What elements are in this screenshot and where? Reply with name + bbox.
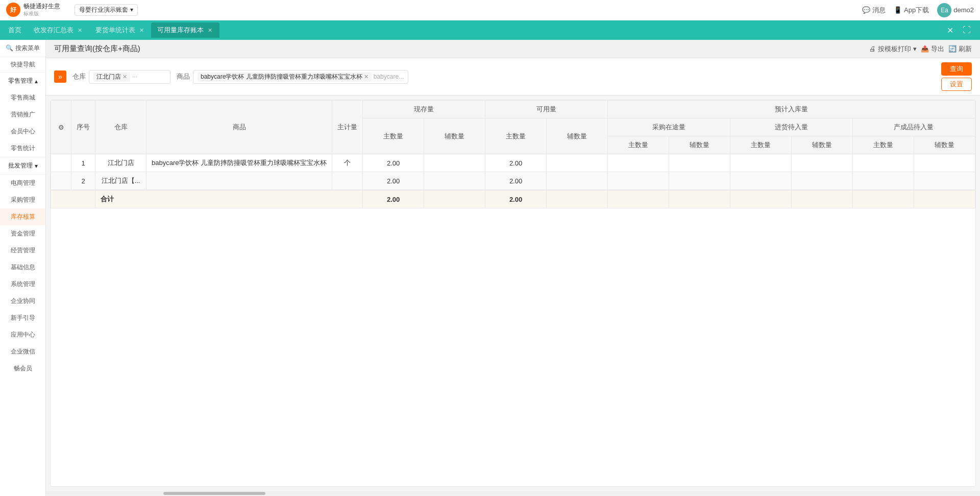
tab-receipts-close[interactable]: ✕ [77,27,83,34]
user-area[interactable]: Ea demo2 [937,3,974,17]
sidebar-item-retail-stats[interactable]: 零售统计 [0,140,45,157]
total-available-aux [547,190,608,208]
tab-receipts-label: 收发存汇总表 [34,26,74,35]
page-header: 可用量查询(按仓库+商品) 🖨 按模板打印 ▾ 📤 导出 🔄 刷新 [46,40,980,58]
row2-stock-main: 2.00 [363,172,424,191]
tab-available[interactable]: 可用量库存账本 ✕ [151,22,219,38]
sidebar-search[interactable]: 🔍 搜索菜单 [0,40,45,57]
tab-home-label: 首页 [8,26,21,35]
filter-warehouse-more[interactable]: ··· [132,73,137,80]
th-product-main: 主数量 [852,136,914,154]
row1-unit: 个 [332,154,363,172]
filter-warehouse-tag: 江北门店 ✕ [93,72,130,82]
export-label: 导出 [931,44,944,54]
total-row: 合计 2.00 2.00 [51,190,975,208]
filter-product-input[interactable]: babycare学饮杯 儿童防摔防撞吸管杯重力球吸嘴杯宝宝水杯 ✕ babyca… [193,70,408,84]
row2-index: 2 [71,172,95,191]
tab-home[interactable]: 首页 [2,22,28,38]
sidebar-section-wholesale: 批发管理 ▾ [0,157,45,175]
top-bar: 好 畅捷通好生意 标准版 母婴行业演示账套 ▾ 💬 消息 📱 App下载 Ea … [0,0,980,20]
message-icon: 💬 [862,6,870,14]
tab-expand-icon[interactable]: ⛶ [960,25,974,36]
tab-requisitions-close[interactable]: ✕ [138,27,145,34]
sidebar-item-newbie[interactable]: 新手引导 [0,310,45,326]
row2-product [146,172,332,191]
th-product: 商品 [146,101,332,154]
row2-incoming-main [730,172,792,191]
sidebar-item-marketing[interactable]: 营销推广 [0,106,45,123]
top-bar-right: 💬 消息 📱 App下载 Ea demo2 [862,3,974,17]
row2-available-aux [547,172,608,191]
message-action[interactable]: 💬 消息 [862,6,886,15]
refresh-button[interactable]: 🔄 刷新 [948,44,972,54]
sidebar-item-appstore[interactable]: 应用中心 [0,326,45,343]
filter-warehouse-label: 仓库 [72,72,86,81]
row2-unit [332,172,363,191]
filter-warehouse-input[interactable]: 江北门店 ✕ ··· [89,70,170,84]
chevron-down-icon: ▾ [35,162,38,170]
th-stock-main: 主数量 [363,119,424,154]
sidebar-item-basics[interactable]: 基础信息 [0,259,45,276]
row2-purchase-aux [669,172,730,191]
row1-purchase-aux [669,154,730,172]
sidebar-item-operations[interactable]: 经营管理 [0,242,45,259]
filter-warehouse-close[interactable]: ✕ [122,74,127,80]
logo-area: 好 畅捷通好生意 标准版 [6,3,60,17]
query-button[interactable]: 查询 [941,62,972,76]
sidebar-wholesale-header[interactable]: 批发管理 ▾ [0,157,45,174]
total-label: 合计 [95,190,363,208]
tab-bar-actions: ✕ ⛶ [944,25,978,36]
row2-available-main: 2.00 [485,172,547,191]
sidebar-item-inventory[interactable]: 库存核算 [0,208,45,225]
filter-warehouse-field: 仓库 江北门店 ✕ ··· [72,70,170,84]
sidebar-item-members[interactable]: 会员中心 [0,123,45,140]
sidebar-item-retail-mall[interactable]: 零售商城 [0,89,45,106]
tab-receipts[interactable]: 收发存汇总表 ✕ [28,22,89,38]
filter-product-label: 商品 [177,72,190,81]
row1-available-main: 2.00 [485,154,547,172]
scroll-thumb[interactable] [163,492,265,495]
sidebar-item-system[interactable]: 系统管理 [0,276,45,293]
th-stock-aux: 辅数量 [424,119,485,154]
row1-incoming-aux [791,154,852,172]
search-icon: 🔍 [6,44,13,52]
app-download-label: App下载 [904,6,929,15]
inventory-table: ⚙ 序号 仓库 商品 主计量 现存量 可用量 预计入库量 主数量 辅数量 主数量… [51,100,975,208]
app-download-action[interactable]: 📱 App下载 [894,6,929,15]
sidebar-search-label: 搜索菜单 [15,44,40,52]
tab-requisitions[interactable]: 要货单统计表 ✕ [89,22,151,38]
row2-stock-aux [424,172,485,191]
logo-app-name: 畅捷通好生意 [23,3,60,10]
th-warehouse: 仓库 [95,101,146,154]
sidebar-item-wechat[interactable]: 企业微信 [0,343,45,360]
tab-available-close[interactable]: ✕ [207,27,213,34]
filter-product-close[interactable]: ✕ [364,74,369,80]
industry-selector[interactable]: 母婴行业演示账套 ▾ [75,4,138,16]
logo-sub-text: 标准版 [23,10,60,17]
logo-icon: 好 [6,3,20,17]
total-purchase-main [608,190,669,208]
settings-button[interactable]: 设置 [941,78,972,91]
total-incoming-aux [791,190,852,208]
table-area: ⚙ 序号 仓库 商品 主计量 现存量 可用量 预计入库量 主数量 辅数量 主数量… [50,100,976,487]
sidebar-item-ecommerce[interactable]: 电商管理 [0,175,45,192]
total-purchase-aux [669,190,730,208]
row1-purchase-main [608,154,669,172]
logo-text-block: 畅捷通好生意 标准版 [23,3,60,17]
sidebar-quick-nav[interactable]: 快捷导航 [0,57,45,73]
sidebar-item-enterprise[interactable]: 企业协同 [0,293,45,310]
th-incoming-group: 进货待入量 [730,119,853,136]
tab-close-all-icon[interactable]: ✕ [944,25,957,36]
th-settings[interactable]: ⚙ [51,101,71,154]
sidebar-item-purchase[interactable]: 采购管理 [0,192,45,208]
th-expected-group: 预计入库量 [608,101,975,119]
filter-expand-button[interactable]: » [54,70,66,83]
export-button[interactable]: 📤 导出 [921,44,944,54]
tab-bar: 首页 收发存汇总表 ✕ 要货单统计表 ✕ 可用量库存账本 ✕ ✕ ⛶ [0,20,980,40]
filter-actions: 查询 设置 [941,62,972,91]
sidebar-item-finance[interactable]: 资金管理 [0,225,45,242]
sidebar-retail-header[interactable]: 零售管理 ▴ [0,73,45,89]
sidebar: 🔍 搜索菜单 快捷导航 零售管理 ▴ 零售商城 营销推广 会员中心 零售统计 [0,40,46,496]
template-print-button[interactable]: 🖨 按模板打印 ▾ [869,44,917,54]
sidebar-item-member[interactable]: 畅会员 [0,360,45,377]
